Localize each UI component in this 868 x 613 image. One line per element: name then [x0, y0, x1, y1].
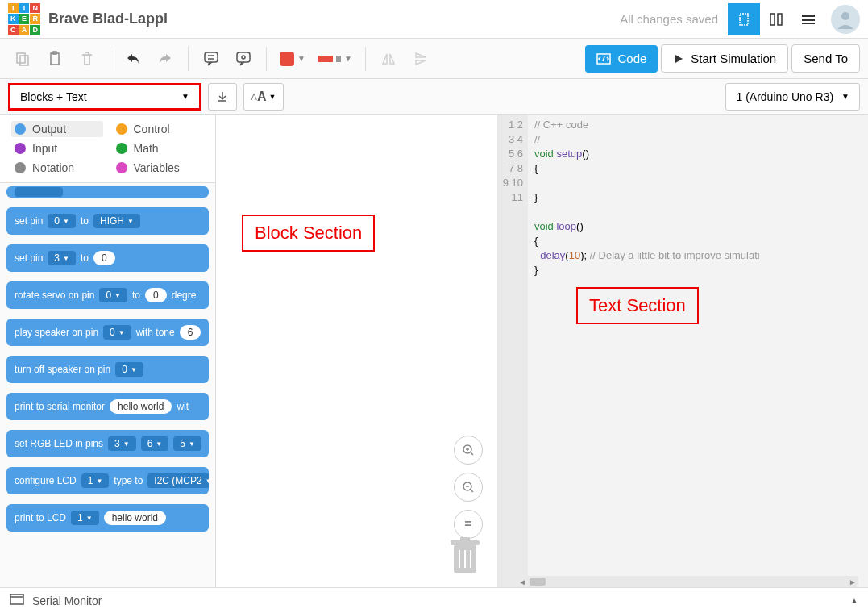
download-button[interactable]	[208, 83, 237, 111]
app-header: TIN KER CAD Brave Blad-Lappi All changes…	[0, 0, 868, 39]
code-button[interactable]: Code	[585, 45, 658, 73]
paste-button[interactable]	[40, 44, 69, 73]
sim-label: Start Simulation	[691, 52, 776, 65]
chevron-down-icon: ▼	[181, 92, 189, 101]
code-mode-select[interactable]: Blocks + Text ▼	[8, 83, 201, 111]
zoom-fit-button[interactable]: =	[454, 510, 483, 539]
block-part: set RGB LED in pins	[15, 438, 103, 449]
block-part: hello world	[110, 399, 172, 414]
code-block[interactable]: rotate servo on pin0 ▼to0degre	[6, 281, 209, 309]
block-part: degre	[172, 290, 197, 301]
save-status: All changes saved	[620, 12, 718, 26]
code-block[interactable]: print to serial monitorhello worldwit	[6, 393, 209, 420]
svg-rect-4	[802, 19, 815, 21]
text-size-button[interactable]: AA▼	[243, 83, 284, 111]
code-icon	[596, 52, 611, 66]
project-title[interactable]: Brave Blad-Lappi	[48, 10, 168, 27]
redo-button[interactable]	[151, 44, 180, 73]
block-part: 0 ▼	[48, 214, 76, 228]
trash-icon[interactable]	[449, 537, 481, 579]
zoom-controls: =	[454, 436, 483, 539]
wire-color-button[interactable]: ▼	[275, 44, 310, 73]
block-part: set pin	[15, 215, 43, 227]
svg-rect-3	[802, 15, 815, 17]
svg-rect-2	[778, 14, 782, 25]
zoom-in-button[interactable]	[454, 436, 483, 465]
zoom-out-button[interactable]	[454, 473, 483, 502]
svg-rect-26	[460, 537, 470, 541]
category-input[interactable]: Input	[15, 142, 100, 155]
category-variables[interactable]: Variables	[116, 161, 201, 174]
code-block[interactable]: play speaker on pin0 ▼with tone6	[6, 319, 209, 346]
main-toolbar: ▼ ▼ Code Start Simulation Send To	[0, 39, 868, 79]
code-block[interactable]: print to LCD1 ▼hello world	[6, 504, 209, 532]
category-label: Control	[134, 123, 170, 136]
block-part: to	[81, 215, 89, 227]
code-block[interactable]: set pin3 ▼to0	[6, 244, 209, 272]
category-dot-icon	[15, 123, 26, 135]
code-block[interactable]: set pin0 ▼toHIGH ▼	[6, 207, 209, 235]
horizontal-scrollbar[interactable]: ◄ ►	[528, 576, 858, 587]
serial-monitor-icon[interactable]	[10, 594, 24, 607]
category-label: Math	[134, 142, 159, 155]
code-block[interactable]: set RGB LED in pins3 ▼6 ▼5 ▼	[6, 430, 209, 457]
block-part: print to serial monitor	[15, 401, 105, 412]
block-stub[interactable]	[6, 186, 209, 198]
code-label: Code	[617, 52, 646, 65]
line-gutter: 1 2 3 4 5 6 7 8 9 10 11	[502, 115, 528, 587]
copy-button[interactable]	[8, 44, 37, 73]
scroll-thumb[interactable]	[530, 578, 546, 586]
mirror-v-button[interactable]	[406, 44, 435, 73]
view-3d-icon[interactable]	[728, 3, 760, 35]
block-part: HIGH ▼	[93, 214, 140, 228]
delete-button[interactable]	[73, 44, 102, 73]
block-part: play speaker on pin	[15, 327, 98, 338]
category-dot-icon	[15, 143, 26, 154]
category-label: Output	[32, 123, 66, 136]
mirror-h-button[interactable]	[374, 44, 403, 73]
show-hide-button[interactable]	[229, 44, 258, 73]
notes-button[interactable]	[197, 44, 226, 73]
code-block[interactable]: turn off speaker on pin0 ▼	[6, 356, 209, 383]
view-list-icon[interactable]	[792, 3, 824, 35]
block-part: hello world	[104, 511, 166, 525]
code-block[interactable]: configure LCD1 ▼type toI2C (MCP2 ▼	[6, 467, 209, 494]
chevron-down-icon: ▼	[841, 92, 849, 101]
block-part: 0 ▼	[103, 325, 131, 340]
svg-line-22	[471, 490, 473, 492]
category-dot-icon	[116, 123, 127, 135]
wire-type-button[interactable]: ▼	[314, 44, 357, 73]
undo-button[interactable]	[118, 44, 147, 73]
code-area[interactable]: // C++ code // void setup() { } void loo…	[528, 115, 868, 587]
category-dot-icon	[15, 162, 26, 173]
svg-rect-9	[51, 53, 59, 65]
left-column: OutputControlInputMathNotationVariables …	[0, 115, 216, 587]
category-dot-icon	[116, 162, 127, 173]
category-dot-icon	[116, 143, 127, 154]
block-part: I2C (MCP2 ▼	[147, 473, 209, 488]
send-to-button[interactable]: Send To	[791, 44, 860, 73]
view-schematic-icon[interactable]	[760, 3, 792, 35]
block-workspace[interactable]: Block Section =	[216, 115, 497, 587]
start-simulation-button[interactable]: Start Simulation	[661, 44, 788, 73]
category-label: Variables	[134, 161, 180, 174]
svg-rect-7	[17, 53, 25, 63]
serial-monitor-button[interactable]: Serial Monitor	[32, 594, 102, 607]
block-part: rotate servo on pin	[15, 290, 94, 301]
mode-label: Blocks + Text	[20, 90, 87, 103]
block-part: with tone	[136, 327, 175, 338]
board-select[interactable]: 1 (Arduino Uno R3) ▼	[725, 83, 860, 111]
expand-up-icon[interactable]: ▲	[850, 596, 858, 605]
svg-point-6	[841, 12, 849, 20]
block-part: 3 ▼	[48, 251, 76, 265]
block-part: configure LCD	[15, 475, 77, 486]
category-notation[interactable]: Notation	[15, 161, 100, 174]
main-area: OutputControlInputMathNotationVariables …	[0, 115, 868, 587]
block-part: to	[81, 252, 89, 264]
category-math[interactable]: Math	[116, 142, 201, 155]
user-avatar[interactable]	[831, 5, 860, 34]
category-control[interactable]: Control	[116, 123, 201, 136]
block-part: print to LCD	[15, 512, 66, 523]
tinkercad-logo[interactable]: TIN KER CAD	[8, 3, 40, 35]
category-output[interactable]: Output	[11, 121, 103, 137]
